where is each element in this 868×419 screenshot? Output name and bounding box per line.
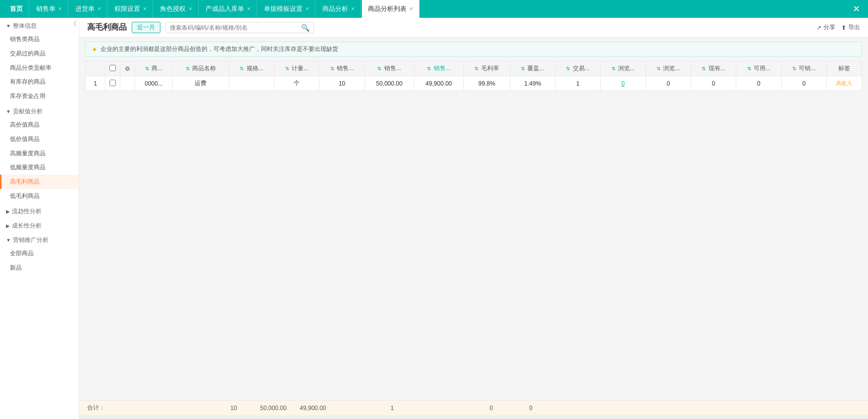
close-tab-stock[interactable]: ×	[247, 5, 251, 12]
footer-cell-available1: 0	[471, 405, 511, 412]
sidebar-group-marketing[interactable]: ▼ 营销推广分析	[0, 232, 79, 246]
close-tab-analysis-list[interactable]: ×	[409, 5, 413, 12]
row-checkbox[interactable]	[109, 80, 116, 86]
window-close-button[interactable]: ✕	[849, 3, 864, 14]
cell-browse1[interactable]: 0	[601, 76, 646, 91]
footer-cells: 10 50,000.00 49,900.00 1 0 0	[115, 405, 860, 412]
tab-analysis[interactable]: 商品分析 ×	[316, 0, 361, 18]
col-name[interactable]: ⇅ 商品名称	[173, 61, 229, 76]
cell-browse2: 0	[646, 76, 691, 91]
sidebar-group-wealth[interactable]: ▼ 贡献值分析	[0, 103, 79, 118]
export-button[interactable]: ⬆ 导出	[841, 23, 860, 32]
tab-purchase[interactable]: 进货单 ×	[69, 0, 107, 18]
tag-badge: 高收入	[836, 80, 852, 86]
sort-icon-unit: ⇅	[285, 66, 289, 71]
tab-analysis-list[interactable]: 商品分析列表 ×	[362, 0, 419, 18]
footer-cell-sales-qty: 10	[214, 405, 254, 412]
sidebar-group-overall[interactable]: ▼ 整体信息	[0, 18, 79, 32]
sidebar-group-growth[interactable]: ▶ 成长性分析	[0, 218, 79, 232]
footer-total-label: 合计：	[87, 404, 105, 412]
col-settings[interactable]: ⚙	[120, 61, 135, 76]
select-all-checkbox[interactable]	[109, 65, 116, 71]
share-icon: ↗	[817, 24, 821, 31]
close-tab-purchase[interactable]: ×	[98, 5, 101, 12]
search-icon[interactable]: 🔍	[301, 24, 309, 32]
sort-icon-spec: ⇅	[240, 66, 244, 71]
tab-stock[interactable]: 产成品入库单 ×	[200, 0, 257, 18]
sort-icon-browse1: ⇅	[612, 66, 615, 71]
hint-icon: ✦	[92, 46, 98, 53]
cell-code: 0000...	[135, 76, 173, 91]
sidebar-item-high-freq[interactable]: 高频量度商品	[0, 146, 79, 161]
sidebar-item-low-freq[interactable]: 低频量度商品	[0, 160, 79, 175]
page-title: 高毛利商品	[87, 22, 127, 33]
col-code[interactable]: ⇅ 商...	[135, 61, 173, 76]
footer-cell-available2: 0	[511, 405, 551, 412]
col-margin-rate[interactable]: ⇅ 毛利率	[463, 61, 510, 76]
sidebar-item-all-goods[interactable]: 全部商品	[0, 246, 79, 261]
col-available2[interactable]: ⇅ 可用...	[736, 61, 781, 76]
cell-sales-qty: 10	[319, 76, 364, 91]
data-table: ⚙ ⇅ 商... ⇅ 商品名称 ⇅ 规格...	[85, 61, 862, 91]
sidebar-item-new-goods[interactable]: 新品	[0, 261, 79, 275]
tab-perms[interactable]: 权限设置 ×	[108, 0, 153, 18]
cell-tag: 高收入	[826, 76, 862, 91]
arrow-marketing: ▼	[6, 237, 11, 243]
tab-sales[interactable]: 销售单 ×	[30, 0, 68, 18]
sidebar-item-analysis-ratio[interactable]: 商品分类贡献率	[0, 61, 79, 75]
sidebar-item-stocked-goods[interactable]: 有库存的商品	[0, 75, 79, 89]
footer-cell-sales-amt: 50,000.00	[254, 405, 293, 412]
sidebar-item-high-value[interactable]: 高价值商品	[0, 118, 79, 132]
close-tab-analysis[interactable]: ×	[351, 5, 355, 12]
col-browse1[interactable]: ⇅ 浏览...	[601, 61, 646, 76]
sidebar-item-low-margin[interactable]: 低毛利商品	[0, 189, 79, 203]
col-sales-qty[interactable]: ⇅ 销售...	[319, 61, 364, 76]
footer-bar: 合计： 10 50,000.00 49,900.00 1 0 0	[79, 400, 868, 415]
horizontal-scrollbar[interactable]	[79, 415, 868, 419]
close-tab-template[interactable]: ×	[306, 5, 309, 12]
sidebar: 《 ▼ 整体信息 销售类商品 交易过的商品 商品分类贡献率 有库存的商品 库存资…	[0, 18, 79, 419]
col-sales-amt[interactable]: ⇅ 销售...	[364, 61, 414, 76]
search-input[interactable]	[170, 24, 301, 31]
cell-name: 运费	[173, 76, 229, 91]
header-actions: ↗ 分享 ⬆ 导出	[817, 23, 860, 32]
sort-icon-saleable: ⇅	[792, 66, 796, 71]
col-browse2[interactable]: ⇅ 浏览...	[646, 61, 691, 76]
sidebar-item-low-value[interactable]: 低价值商品	[0, 132, 79, 146]
table-container[interactable]: ⚙ ⇅ 商... ⇅ 商品名称 ⇅ 规格...	[79, 61, 868, 400]
col-sales-cost[interactable]: ⇅ 销售...	[414, 61, 463, 76]
col-available1[interactable]: ⇅ 现有...	[691, 61, 736, 76]
col-unit[interactable]: ⇅ 计量...	[274, 61, 319, 76]
share-button[interactable]: ↗ 分享	[817, 23, 835, 32]
sort-icon-margin-rate: ⇅	[474, 66, 478, 71]
tab-roles[interactable]: 角色授权 ×	[154, 0, 199, 18]
filter-date-button[interactable]: 近一月	[132, 22, 160, 33]
sidebar-item-sales-goods[interactable]: 销售类商品	[0, 32, 79, 47]
cell-available1: 0	[691, 76, 736, 91]
sidebar-collapse-button[interactable]: 《	[70, 20, 77, 29]
footer-cell-trade-count: 1	[372, 405, 412, 412]
sidebar-item-high-margin[interactable]: 高毛利商品	[0, 175, 79, 189]
tab-template[interactable]: 单据模板设置 ×	[258, 0, 315, 18]
sidebar-item-traded-goods[interactable]: 交易过的商品	[0, 47, 79, 61]
sort-icon-trade-count: ⇅	[566, 66, 570, 71]
col-tag[interactable]: 标签	[826, 61, 862, 76]
close-tab-sales[interactable]: ×	[58, 5, 62, 12]
sidebar-item-stock-funds[interactable]: 库存资金占用	[0, 89, 79, 103]
sidebar-group-trending[interactable]: ▶ 流趋性分析	[0, 203, 79, 218]
col-trade-count[interactable]: ⇅ 交易...	[555, 61, 600, 76]
sort-icon-cover-rate: ⇅	[521, 66, 525, 71]
col-checkbox[interactable]	[105, 61, 120, 76]
top-navigation: 首页 销售单 × 进货单 × 权限设置 × 角色授权 × 产成品入库单 × 单据…	[0, 0, 868, 18]
footer-cell-sales-cost: 49,900.00	[293, 405, 333, 412]
cell-margin-rate: 99.8%	[463, 76, 510, 91]
col-spec[interactable]: ⇅ 规格...	[229, 61, 274, 76]
tab-home[interactable]: 首页	[4, 0, 29, 18]
cell-sales-amt: 50,000.00	[364, 76, 414, 91]
col-saleable[interactable]: ⇅ 可销...	[781, 61, 826, 76]
cell-trade-count: 1	[555, 76, 600, 91]
cell-checkbox[interactable]	[105, 76, 120, 91]
close-tab-perms[interactable]: ×	[143, 5, 147, 12]
col-cover-rate[interactable]: ⇅ 覆盖...	[510, 61, 555, 76]
close-tab-roles[interactable]: ×	[189, 5, 192, 12]
